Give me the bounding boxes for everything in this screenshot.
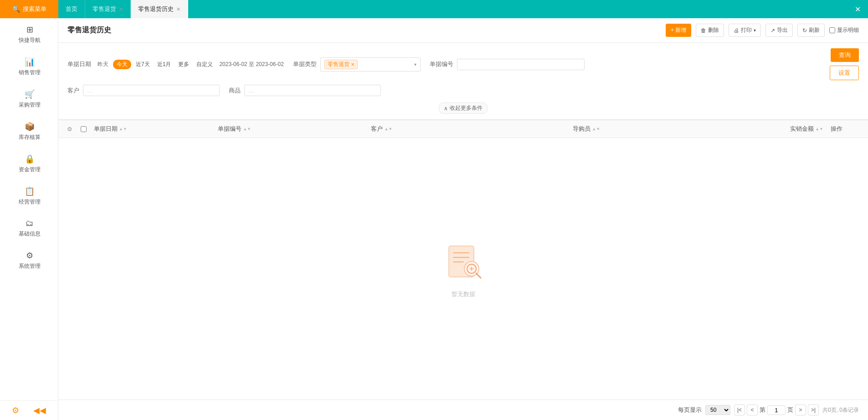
sidebar-item-operations[interactable]: 📋 经营管理 [0, 180, 58, 212]
th-customer[interactable]: 客户 ▲▼ [367, 125, 569, 133]
date-opt-1month[interactable]: 近1月 [154, 60, 174, 69]
doc-type-chevron: ▾ [414, 62, 416, 67]
all-rows-checkbox[interactable] [81, 126, 87, 132]
th-date-sort: ▲▼ [119, 127, 127, 131]
finance-icon: 🔒 [25, 154, 35, 164]
collapse-btn[interactable]: ∧ 收起更多条件 [439, 102, 488, 114]
tab-list: 首页 零售退货 ✕ 零售退货历史 ✕ [58, 0, 855, 18]
page-nav: |< < 第 页 > >| [734, 405, 819, 415]
first-page-btn[interactable]: |< [734, 405, 745, 415]
doc-type-tag-close[interactable]: ✕ [351, 62, 354, 67]
date-opt-more[interactable]: 更多 [175, 60, 192, 69]
search-menu-btn[interactable]: 🔍 搜索菜单 [0, 0, 58, 18]
delete-btn-label: 删除 [708, 26, 719, 34]
column-settings-btn[interactable]: ⚙ [63, 126, 77, 133]
system-icon: ⚙ [26, 251, 33, 261]
main-layout: ⊞ 快捷导航 📊 销售管理 🛒 采购管理 📦 库存核算 🔒 资金管理 📋 经营管… [0, 18, 868, 420]
th-amount[interactable]: 实销金额 ▲▼ [723, 125, 827, 133]
filter-goods: 商品 … [229, 85, 381, 96]
sidebar: ⊞ 快捷导航 📊 销售管理 🛒 采购管理 📦 库存核算 🔒 资金管理 📋 经营管… [0, 18, 58, 420]
th-guide[interactable]: 导购员 ▲▼ [569, 125, 722, 133]
th-date[interactable]: 单据日期 ▲▼ [90, 125, 214, 133]
top-bar: 🔍 搜索菜单 首页 零售退货 ✕ 零售退货历史 ✕ ✕ [0, 0, 868, 18]
sound-icon[interactable]: ◀◀ [33, 405, 46, 415]
sidebar-item-inventory[interactable]: 📦 库存核算 [0, 115, 58, 148]
th-date-label: 单据日期 [94, 125, 118, 133]
filter-doc-type: 单据类型 零售退货 ✕ ▾ [293, 57, 421, 72]
export-btn[interactable]: ↗ 导出 [765, 24, 793, 37]
th-doc-num-sort: ▲▼ [243, 127, 251, 131]
page-title: 零售退货历史 [67, 26, 111, 35]
th-doc-num[interactable]: 单据编号 ▲▼ [214, 125, 367, 133]
sidebar-item-operations-label: 经营管理 [19, 198, 41, 206]
per-page-label: 每页显示 [678, 406, 702, 414]
search-menu-label: 搜索菜单 [23, 5, 46, 13]
tab-retail-return-history-close[interactable]: ✕ [176, 6, 180, 12]
window-close-btn[interactable]: ✕ [855, 5, 861, 14]
export-btn-label: 导出 [777, 26, 788, 34]
sidebar-item-finance[interactable]: 🔒 资金管理 [0, 148, 58, 180]
date-opt-yesterday[interactable]: 昨天 [95, 60, 111, 69]
customer-input[interactable]: … [83, 85, 220, 96]
sidebar-item-basic-info[interactable]: 🗂 基础信息 [0, 212, 58, 244]
date-opt-today[interactable]: 今天 [113, 60, 131, 69]
print-icon: 🖨 [734, 27, 739, 34]
sidebar-item-quick-nav[interactable]: ⊞ 快捷导航 [0, 18, 58, 51]
refresh-btn[interactable]: ↻ 刷新 [797, 24, 825, 37]
date-options: 昨天 今天 近7天 近1月 更多 自定义 [95, 60, 216, 69]
collapse-row: ∧ 收起更多条件 [67, 101, 859, 114]
sidebar-item-finance-label: 资金管理 [19, 166, 41, 174]
settings-bottom-icon[interactable]: ⚙ [12, 405, 19, 415]
query-btn[interactable]: 查询 [831, 48, 859, 62]
sidebar-item-inventory-label: 库存核算 [19, 133, 41, 141]
set-btn[interactable]: 设置 [830, 66, 859, 80]
doc-type-select[interactable]: 零售退货 ✕ ▾ [320, 57, 421, 72]
collapse-icon: ∧ [444, 105, 448, 112]
tab-retail-return-history-label: 零售退货历史 [138, 5, 174, 13]
export-icon: ↗ [770, 27, 775, 34]
next-page-btn[interactable]: > [795, 405, 806, 415]
th-doc-num-label: 单据编号 [218, 125, 241, 133]
empty-text: 暂无数据 [452, 290, 475, 298]
sidebar-item-system[interactable]: ⚙ 系统管理 [0, 244, 58, 277]
print-btn[interactable]: 🖨 打印 ▾ [729, 24, 761, 37]
filter-row-1: 单据日期 昨天 今天 近7天 近1月 更多 自定义 2023-06-02 至 2… [67, 48, 859, 80]
doc-num-input[interactable] [457, 59, 585, 70]
date-opt-7days[interactable]: 近7天 [133, 60, 153, 69]
goods-input[interactable]: … [244, 85, 381, 96]
new-btn[interactable]: + 新增 [666, 24, 691, 37]
operations-icon: 📋 [25, 186, 35, 196]
tab-retail-return-history[interactable]: 零售退货历史 ✕ [131, 0, 188, 18]
sidebar-item-purchase[interactable]: 🛒 采购管理 [0, 83, 58, 115]
tab-retail-return[interactable]: 零售退货 ✕ [85, 0, 131, 18]
prev-page-btn[interactable]: < [747, 405, 758, 415]
th-operation-label: 操作 [831, 125, 842, 133]
page-total: 共0页, 0条记录 [822, 406, 859, 414]
content-area: 零售退货历史 + 新增 🗑 删除 🖨 打印 ▾ ↗ 导出 [58, 18, 868, 420]
empty-state: 暂无数据 [441, 239, 486, 298]
pagination: 每页显示 50 100 200 |< < 第 页 > >| 共0页, 0条记录 [58, 400, 868, 420]
select-all-checkbox[interactable] [77, 126, 90, 132]
page-header: 零售退货历史 + 新增 🗑 删除 🖨 打印 ▾ ↗ 导出 [58, 18, 868, 43]
tab-retail-return-close[interactable]: ✕ [119, 6, 123, 12]
display-detail-label: 显示明细 [837, 26, 859, 34]
filter-doc-num: 单据编号 [430, 59, 585, 70]
filter-customer: 客户 … [67, 85, 220, 96]
per-page-select[interactable]: 50 100 200 [705, 405, 730, 415]
th-amount-label: 实销金额 [790, 125, 814, 133]
collapse-label: 收起更多条件 [450, 104, 483, 112]
display-detail-toggle[interactable]: 显示明细 [829, 26, 859, 34]
page-num-input[interactable] [767, 405, 786, 415]
sidebar-item-sales[interactable]: 📊 销售管理 [0, 51, 58, 83]
display-detail-checkbox[interactable] [829, 27, 835, 33]
tab-home-label: 首页 [66, 5, 77, 13]
date-opt-custom[interactable]: 自定义 [194, 60, 216, 69]
filter-row-2: 客户 … 商品 … [67, 85, 859, 96]
last-page-btn[interactable]: >| [808, 405, 819, 415]
delete-btn[interactable]: 🗑 删除 [696, 24, 724, 37]
page-label: 第 [760, 406, 765, 414]
tab-home[interactable]: 首页 [58, 0, 85, 18]
goods-placeholder: … [248, 87, 254, 94]
new-btn-label: + 新增 [671, 26, 686, 34]
print-chevron-icon: ▾ [754, 28, 756, 33]
